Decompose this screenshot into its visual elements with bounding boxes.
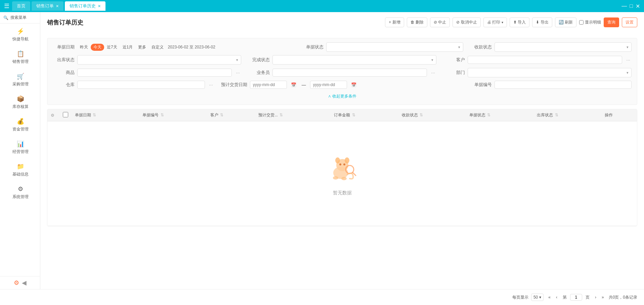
print-button[interactable]: 🖨 打印 ▾ <box>483 17 507 27</box>
prev-page-icon[interactable]: ‹ <box>554 294 559 300</box>
sidebar-item-label: 经营管理 <box>12 149 29 155</box>
cancel-stop-button[interactable]: ⊘ 取消中止 <box>453 17 480 27</box>
sidebar-item-basic-info[interactable]: 📁 基础信息 <box>0 159 40 181</box>
delivery-date-start[interactable] <box>250 81 287 89</box>
col-amount-sort[interactable]: ⇅ <box>352 113 355 117</box>
warehouse-more-icon[interactable]: ··· <box>208 82 214 87</box>
table-settings-icon[interactable]: ⚙ <box>51 113 54 118</box>
tab-sales-order[interactable]: 销售订单 ✕ <box>32 1 63 11</box>
product-input[interactable] <box>77 69 232 77</box>
close-icon[interactable]: ✕ <box>636 3 640 9</box>
sidebar-item-quick-nav[interactable]: ⚡ 快捷导航 <box>0 24 40 46</box>
calendar-end-icon[interactable]: 📅 <box>351 82 356 87</box>
date-tab-1month[interactable]: 近1月 <box>120 44 136 51</box>
empty-text: 暂无数据 <box>333 190 352 196</box>
col-customer: 客户 ⇅ <box>207 109 255 121</box>
col-bill-status-sort[interactable]: ⇅ <box>487 113 490 117</box>
dept-select[interactable]: ▾ <box>468 68 632 77</box>
sidebar-item-purchase-mgmt[interactable]: 🛒 采购管理 <box>0 69 40 91</box>
product-more-icon[interactable]: ··· <box>234 70 241 75</box>
col-settings: ⚙ <box>47 109 59 121</box>
date-tab-custom[interactable]: 自定义 <box>149 44 166 51</box>
date-tab-7days[interactable]: 近7天 <box>104 44 120 51</box>
out-status-select[interactable]: ▾ <box>77 55 241 65</box>
col-amount: 订单金额 ⇅ <box>331 109 398 121</box>
tab-sales-history[interactable]: 销售订单历史 ✕ <box>65 1 105 11</box>
minimize-icon[interactable]: — <box>621 3 627 9</box>
select-all-checkbox[interactable] <box>63 112 68 117</box>
bill-status-select[interactable]: ▾ <box>326 42 463 52</box>
col-out-status-sort[interactable]: ⇅ <box>555 113 558 117</box>
sidebar-collapse-icon[interactable]: ◀ <box>22 279 27 287</box>
col-payment-sort[interactable]: ⇅ <box>420 113 423 117</box>
date-tab-today[interactable]: 今天 <box>91 44 104 51</box>
sales-mgmt-icon: 📋 <box>17 50 24 58</box>
tab-home[interactable]: 首页 <box>12 1 30 11</box>
filter-payment-status: 收款状态 ▾ <box>470 42 632 52</box>
col-delivery-sort[interactable]: ⇅ <box>280 113 283 117</box>
empty-row: 暂无数据 <box>47 121 637 226</box>
col-customer-label: 客户 <box>210 113 218 117</box>
purchase-mgmt-icon: 🛒 <box>17 73 24 80</box>
sidebar-item-sales-mgmt[interactable]: 📋 销售管理 <box>0 46 40 69</box>
display-detail-input[interactable] <box>579 20 584 25</box>
tab-sales-history-close[interactable]: ✕ <box>98 4 101 8</box>
sidebar-item-stock-check[interactable]: 📦 库存核算 <box>0 91 40 114</box>
delete-button[interactable]: 🗑 删除 <box>407 17 427 27</box>
date-tab-yesterday[interactable]: 昨天 <box>77 44 91 51</box>
export-button[interactable]: ⬇ 导出 <box>532 17 552 27</box>
last-page-icon[interactable]: » <box>600 294 606 300</box>
display-detail-checkbox[interactable]: 显示明细 <box>579 20 601 25</box>
complete-status-select[interactable]: ▾ <box>272 55 436 65</box>
filter-bill-status: 单据状态 ▾ <box>302 42 463 52</box>
collapse-row[interactable]: ∧ 收起更多条件 <box>53 92 632 101</box>
stop-button[interactable]: ⊘ 中止 <box>430 17 450 27</box>
filter-dept: 部门 ▾ <box>443 68 632 77</box>
window-controls: — □ ✕ <box>621 3 640 9</box>
customer-more-icon[interactable]: ··· <box>625 57 632 63</box>
page-size-label: 每页显示 <box>512 295 528 300</box>
filter-product: 商品 ··· <box>53 69 241 77</box>
filter-row-3: 商品 ··· 业务员 ··· 部门 <box>53 68 632 77</box>
main-layout: 🔍 搜索菜单 ⚡ 快捷导航 📋 销售管理 🛒 采购管理 📦 库存核算 💰 资金管… <box>0 12 644 289</box>
col-date-sort[interactable]: ⇅ <box>93 113 96 117</box>
sidebar-item-label: 库存核算 <box>12 104 29 110</box>
page-number-input[interactable] <box>570 294 582 301</box>
calendar-start-icon[interactable]: 📅 <box>291 82 296 87</box>
top-bar: ☰ 首页 销售订单 ✕ 销售订单历史 ✕ — □ ✕ <box>0 0 644 12</box>
first-page-icon[interactable]: « <box>546 294 553 300</box>
date-range-value: 2023-06-02 至 2023-06-02 <box>168 44 215 50</box>
sidebar: 🔍 搜索菜单 ⚡ 快捷导航 📋 销售管理 🛒 采购管理 📦 库存核算 💰 资金管… <box>0 12 40 289</box>
import-button[interactable]: ⬆ 导入 <box>510 17 529 27</box>
salesman-more-icon[interactable]: ··· <box>430 70 436 75</box>
delivery-date-end[interactable] <box>310 81 347 89</box>
page-size-select[interactable]: 50 ▾ <box>531 294 544 301</box>
sidebar-search[interactable]: 🔍 搜索菜单 <box>0 12 40 24</box>
svg-point-9 <box>341 177 347 180</box>
sidebar-settings-icon[interactable]: ⚙ <box>14 279 19 287</box>
bill-number-input[interactable] <box>495 81 632 89</box>
tab-sales-order-close[interactable]: ✕ <box>56 4 59 8</box>
filter-date: 单据日期 昨天 今天 近7天 近1月 更多 自定义 2023-06-02 至 2… <box>53 44 295 51</box>
col-number-sort[interactable]: ⇅ <box>161 113 164 117</box>
customer-input[interactable] <box>468 56 622 64</box>
col-customer-sort[interactable]: ⇅ <box>220 113 223 117</box>
col-number: 单据编号 ⇅ <box>139 109 207 121</box>
next-page-icon[interactable]: › <box>593 294 598 300</box>
date-tab-more[interactable]: 更多 <box>135 44 149 51</box>
warehouse-input[interactable] <box>77 81 205 89</box>
query-button[interactable]: 查询 <box>604 17 619 27</box>
salesman-input[interactable] <box>272 69 427 77</box>
refresh-button[interactable]: 🔄 刷新 <box>555 17 576 27</box>
svg-point-8 <box>333 176 338 180</box>
customer-label: 客户 <box>443 57 465 63</box>
sidebar-item-finance-mgmt[interactable]: 💰 资金管理 <box>0 114 40 136</box>
payment-status-select[interactable]: ▾ <box>495 42 632 52</box>
new-button[interactable]: + 新增 <box>385 17 404 27</box>
sidebar-item-ops-mgmt[interactable]: 📊 经营管理 <box>0 136 40 159</box>
sidebar-search-label: 搜索菜单 <box>10 15 27 21</box>
settings-button[interactable]: 设置 <box>622 17 637 27</box>
col-bill-status-label: 单据状态 <box>469 113 485 117</box>
sidebar-item-sys-mgmt[interactable]: ⚙ 系统管理 <box>0 181 40 204</box>
maximize-icon[interactable]: □ <box>630 3 633 9</box>
